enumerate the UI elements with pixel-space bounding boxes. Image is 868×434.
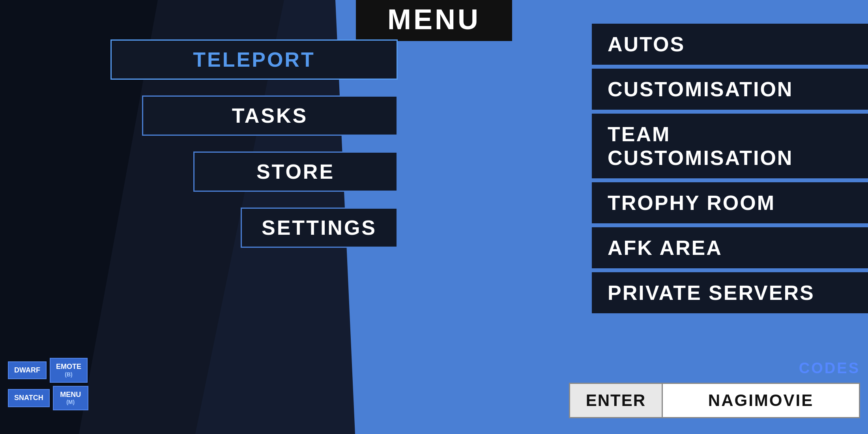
settings-label: SETTINGS [262, 216, 377, 239]
codes-label: CODES [799, 360, 860, 377]
emote-label: EMOTE [56, 363, 81, 371]
main-menu-buttons: TELEPORT TASKS STORE SETTINGS [110, 39, 398, 248]
menu-title-container: MENU [356, 0, 512, 42]
code-value: NAGIMOVIE [708, 391, 814, 410]
codes-input-row: ENTER NAGIMOVIE [569, 383, 860, 418]
trophy-room-button[interactable]: TROPHY ROOM [592, 182, 868, 223]
teleport-label: TELEPORT [193, 48, 315, 71]
enter-label: ENTER [586, 391, 646, 410]
snatch-button[interactable]: SNATCH [8, 389, 50, 407]
private-servers-button[interactable]: PRIVATE SERVERS [592, 272, 868, 313]
emote-key: (B) [56, 371, 81, 378]
menu-title-box: MENU [356, 0, 512, 42]
enter-button[interactable]: ENTER [569, 383, 663, 418]
private-servers-label: PRIVATE SERVERS [608, 281, 815, 304]
menu-label: MENU [59, 391, 82, 399]
dwarf-button[interactable]: DWARF [8, 361, 47, 380]
autos-label: AUTOS [608, 33, 685, 56]
bottom-controls: DWARF EMOTE (B) SNATCH MENU (M) [8, 358, 88, 410]
customisation-button[interactable]: CUSTOMISATION [592, 69, 868, 110]
dwarf-label: DWARF [14, 366, 40, 375]
teleport-button[interactable]: TELEPORT [110, 39, 398, 80]
tasks-button[interactable]: TASKS [142, 95, 398, 136]
trophy-room-label: TROPHY ROOM [608, 191, 775, 214]
right-menu: AUTOS CUSTOMISATION TEAM CUSTOMISATION T… [592, 24, 868, 313]
store-label: STORE [256, 160, 335, 183]
settings-button[interactable]: SETTINGS [241, 208, 398, 248]
codes-section: CODES ENTER NAGIMOVIE [569, 360, 860, 418]
control-row-1: DWARF EMOTE (B) [8, 358, 88, 382]
menu-key: (M) [59, 399, 82, 406]
customisation-label: CUSTOMISATION [608, 78, 793, 101]
tasks-label: TASKS [232, 104, 308, 127]
team-customisation-button[interactable]: TEAM CUSTOMISATION [592, 114, 868, 178]
snatch-label: SNATCH [14, 394, 43, 402]
afk-area-label: AFK AREA [608, 236, 722, 259]
store-button[interactable]: STORE [193, 152, 398, 192]
afk-area-button[interactable]: AFK AREA [592, 227, 868, 268]
emote-button[interactable]: EMOTE (B) [50, 358, 88, 382]
team-customisation-label: TEAM CUSTOMISATION [608, 123, 793, 169]
autos-button[interactable]: AUTOS [592, 24, 868, 65]
code-input[interactable]: NAGIMOVIE [663, 383, 860, 418]
control-row-2: SNATCH MENU (M) [8, 386, 88, 410]
menu-button[interactable]: MENU (M) [53, 386, 88, 410]
menu-title: MENU [387, 4, 481, 35]
